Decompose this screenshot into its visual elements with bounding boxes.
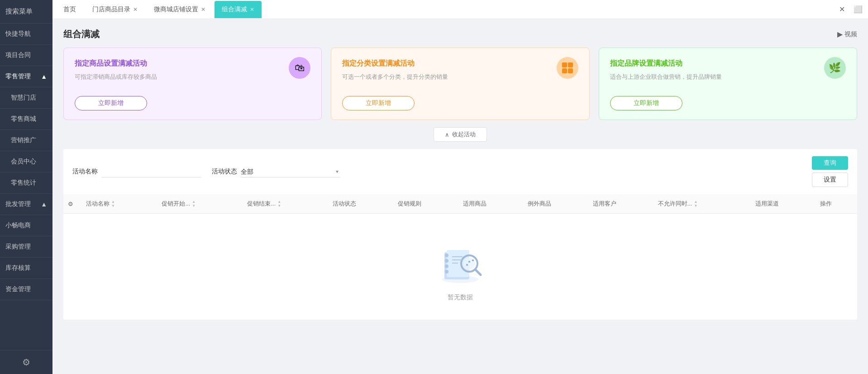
sidebar-item-fund-mgmt[interactable]: 资金管理 xyxy=(0,279,52,300)
table-head: ⚙ 活动名称 ▲ ▼ xyxy=(63,194,857,214)
sidebar-item-retail-stats[interactable]: 零售统计 xyxy=(0,173,52,194)
main-area: 首页 门店商品目录 ✕ 微商城店铺设置 ✕ 组合满减 ✕ ✕ ⬜ 组合满减 ▶ … xyxy=(52,0,868,374)
sidebar-item-xiaobo-ecom[interactable]: 小畅电商 xyxy=(0,215,52,236)
svg-point-17 xyxy=(472,259,474,261)
sidebar-item-inventory-calc[interactable]: 库存核算 xyxy=(0,258,52,279)
sort-down-icon[interactable]: ▼ xyxy=(111,204,115,208)
tab-close-combo-discount[interactable]: ✕ xyxy=(250,6,254,13)
svg-rect-3 xyxy=(568,68,573,73)
empty-state: 暂无数据 xyxy=(63,214,857,320)
th-applicable-goods: 适用商品 xyxy=(458,194,524,214)
th-applicable-channel: 适用渠道 xyxy=(751,194,816,214)
settings-icon[interactable]: ⚙ xyxy=(22,357,30,368)
sort-down-icon[interactable]: ▼ xyxy=(192,204,196,208)
collapse-up-icon: ∧ xyxy=(445,131,449,138)
svg-point-18 xyxy=(468,261,470,263)
sidebar-item-member-center[interactable]: 会员中心 xyxy=(0,151,52,173)
tab-store-catalog[interactable]: 门店商品目录 ✕ xyxy=(85,1,145,18)
th-promo-start-label: 促销开始... xyxy=(162,200,190,208)
table-wrapper: ⚙ 活动名称 ▲ ▼ xyxy=(63,194,857,320)
sort-up-icon[interactable]: ▲ xyxy=(277,200,281,204)
th-excluded-goods-label: 例外商品 xyxy=(528,200,551,207)
sidebar-item-retail-mall[interactable]: 零售商城 xyxy=(0,109,52,130)
activity-card-brand: 🌿 指定品牌设置满减活动 适合与上游企业联合做营销，提升品牌销量 立即新增 xyxy=(599,48,857,120)
activity-status-select[interactable]: 全部进行中已结束未开始 xyxy=(241,168,339,175)
sidebar-item-marketing[interactable]: 营销推广 xyxy=(0,130,52,151)
tab-wechat-store[interactable]: 微商城店铺设置 ✕ xyxy=(147,1,213,18)
sidebar-bottom: ⚙ xyxy=(0,350,52,374)
video-play-icon: ▶ xyxy=(837,30,843,38)
card-title-product: 指定商品设置满减活动 xyxy=(75,59,310,68)
th-applicable-channel-label: 适用渠道 xyxy=(755,200,779,207)
card-title-category: 指定分类设置满减活动 xyxy=(342,59,578,68)
sort-up-icon[interactable]: ▲ xyxy=(192,200,196,204)
data-table: ⚙ 活动名称 ▲ ▼ xyxy=(63,194,857,214)
filter-name: 活动名称 xyxy=(72,166,201,177)
page-header: 组合满减 ▶ 视频 xyxy=(63,28,857,40)
th-applicable-customers: 适用客户 xyxy=(588,194,653,214)
sort-up-icon[interactable]: ▲ xyxy=(111,200,115,204)
card-desc-category: 可选一个或者多个分类，提升分类的销量 xyxy=(342,73,578,87)
empty-text: 暂无数据 xyxy=(63,293,857,302)
activity-name-input[interactable] xyxy=(101,166,201,177)
collapse-bar: ∧ 收起活动 xyxy=(63,127,857,142)
th-settings[interactable]: ⚙ xyxy=(63,194,81,214)
query-button[interactable]: 查询 xyxy=(812,156,848,170)
th-activity-name: 活动名称 ▲ ▼ xyxy=(81,194,157,214)
sidebar-item-wholesale-mgmt[interactable]: 批发管理 ▲ xyxy=(0,194,52,215)
sidebar-item-quick-nav[interactable]: 快捷导航 xyxy=(0,24,52,45)
th-promo-rules-label: 促销规则 xyxy=(398,200,421,207)
th-operations-label: 操作 xyxy=(820,200,832,207)
sidebar-item-retail-mgmt[interactable]: 零售管理 ▲ xyxy=(0,66,52,87)
filter-status: 活动状态 全部进行中已结束未开始 ▾ xyxy=(212,166,340,177)
activity-card-category: 指定分类设置满减活动 可选一个或者多个分类，提升分类的销量 立即新增 xyxy=(331,48,589,120)
settings-button[interactable]: 设置 xyxy=(812,173,848,187)
sidebar-item-purchase-mgmt[interactable]: 采购管理 xyxy=(0,236,52,258)
filter-actions: 查询 设置 xyxy=(812,156,848,187)
sort-down-icon[interactable]: ▼ xyxy=(694,204,697,208)
svg-rect-1 xyxy=(568,62,573,67)
add-brand-activity-button[interactable]: 立即新增 xyxy=(610,96,682,110)
tabbar-actions: ✕ ⬜ xyxy=(835,3,864,16)
activity-card-product: 🛍 指定商品设置满减活动 可指定滞销商品或库存较多商品 立即新增 xyxy=(63,48,322,120)
sidebar-item-project-contract[interactable]: 项目合同 xyxy=(0,45,52,66)
th-promo-start: 促销开始... ▲ ▼ xyxy=(157,194,243,214)
th-no-concurrent: 不允许同时... ▲ ▼ xyxy=(653,194,751,214)
card-title-brand: 指定品牌设置满减活动 xyxy=(610,59,846,68)
collapse-activity-button[interactable]: ∧ 收起活动 xyxy=(434,127,487,142)
tab-close-store-catalog[interactable]: ✕ xyxy=(133,6,138,13)
th-activity-status-label: 活动状态 xyxy=(333,200,356,207)
add-product-activity-button[interactable]: 立即新增 xyxy=(75,96,147,110)
svg-point-8 xyxy=(445,259,448,263)
th-excluded-goods: 例外商品 xyxy=(523,194,588,214)
tab-close-wechat-store[interactable]: ✕ xyxy=(201,6,205,13)
sidebar-search[interactable]: 搜索菜单 xyxy=(0,0,52,24)
svg-point-19 xyxy=(466,264,468,266)
svg-point-9 xyxy=(445,264,448,268)
video-link[interactable]: ▶ 视频 xyxy=(837,30,857,38)
tab-combo-discount[interactable]: 组合满减 ✕ xyxy=(215,1,262,18)
close-window-button[interactable]: ✕ xyxy=(835,3,848,16)
filter-table-block: 活动名称 活动状态 全部进行中已结束未开始 ▾ 查询 设置 xyxy=(63,149,857,320)
page-title: 组合满减 xyxy=(63,28,100,40)
th-applicable-goods-label: 适用商品 xyxy=(463,200,486,207)
th-promo-end: 促销结束... ▲ ▼ xyxy=(243,194,328,214)
sort-down-icon[interactable]: ▼ xyxy=(277,204,281,208)
th-activity-name-label: 活动名称 xyxy=(86,200,110,208)
th-operations: 操作 xyxy=(816,194,857,214)
th-no-concurrent-label: 不允许同时... xyxy=(658,200,692,208)
filter-bar: 活动名称 活动状态 全部进行中已结束未开始 ▾ 查询 设置 xyxy=(63,149,857,194)
svg-point-10 xyxy=(445,270,448,273)
maximize-window-button[interactable]: ⬜ xyxy=(852,3,864,16)
sidebar-item-smart-store[interactable]: 智慧门店 xyxy=(0,87,52,109)
activity-cards: 🛍 指定商品设置满减活动 可指定滞销商品或库存较多商品 立即新增 指定分类设置满… xyxy=(63,48,857,120)
svg-point-7 xyxy=(445,254,448,257)
svg-line-13 xyxy=(475,269,481,275)
th-promo-rules: 促销规则 xyxy=(393,194,458,214)
sort-up-icon[interactable]: ▲ xyxy=(694,200,697,204)
gear-icon: ⚙ xyxy=(68,201,73,207)
empty-icon xyxy=(433,241,487,286)
card-icon-brand: 🌿 xyxy=(824,57,846,79)
add-category-activity-button[interactable]: 立即新增 xyxy=(342,96,415,110)
tab-home[interactable]: 首页 xyxy=(56,1,83,18)
